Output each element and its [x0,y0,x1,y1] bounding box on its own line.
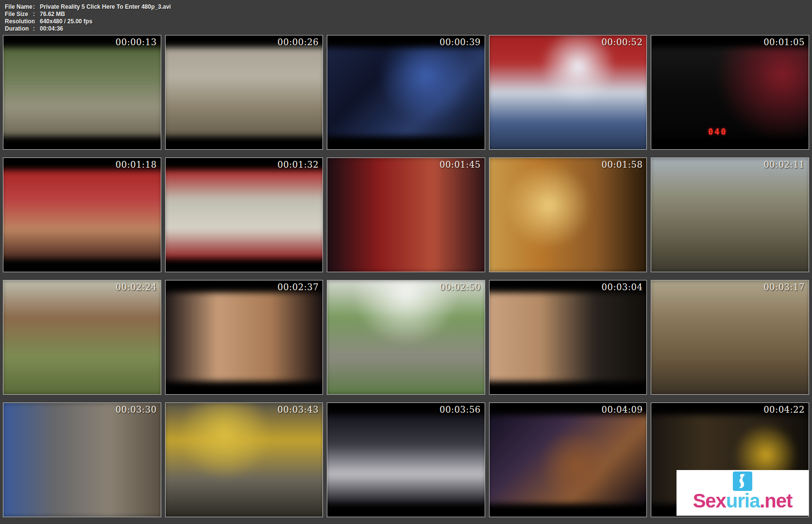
timestamp-label: 00:00:26 [277,37,319,47]
timestamp-label: 00:01:45 [440,159,481,170]
video-frame-placeholder [489,35,647,150]
thumbnail-cell: 00:02:50 [327,280,485,395]
video-frame-placeholder [165,48,323,137]
timestamp-label: 00:04:22 [763,404,805,415]
video-frame-placeholder [327,157,485,272]
thumbnail-cell: 00:03:04 [489,280,647,395]
timestamp-label: 00:04:09 [602,404,643,415]
timestamp-label: 00:01:58 [602,159,643,170]
thumbnail-grid: 00:00:13 00:00:26 00:00:39 00:00:52 00:0… [0,34,812,520]
thumbnail-cell: 00:02:11 [651,157,809,272]
video-frame-placeholder [327,280,485,395]
separator: : [33,11,40,18]
resolution-value: 640x480 / 25.00 fps [40,18,92,25]
file-size-label: File Size [5,11,33,18]
video-frame-placeholder [327,415,485,504]
timestamp-label: 00:00:52 [602,37,643,47]
thumbnail-cell: 00:03:43 [165,402,323,517]
video-frame-placeholder [327,48,485,137]
video-frame-placeholder [489,293,647,382]
thumbnail-cell: 00:04:09 [489,402,647,517]
file-size-row: File Size : 76.62 MB [5,11,812,18]
separator: : [33,3,40,11]
timestamp-label: 00:00:13 [116,37,157,47]
timestamp-label: 00:02:37 [277,282,319,292]
timestamp-label: 00:01:05 [763,37,805,47]
timestamp-label: 00:03:17 [763,282,805,292]
thumbnail-cell: 00:03:56 [327,402,485,517]
video-frame-placeholder [165,293,323,382]
thumbnail-cell: 00:01:05 040 [651,35,809,150]
thumbnail-cell: 00:02:37 [165,280,323,395]
video-frame-placeholder [3,170,161,259]
watermark: Sexuria.net [677,470,809,516]
timestamp-label: 00:01:32 [277,159,319,170]
timestamp-label: 00:02:50 [440,282,481,292]
timestamp-label: 00:02:24 [116,282,157,292]
thumbnail-cell: 00:00:39 [327,35,485,150]
separator: : [33,18,40,25]
thumbnail-cell: 00:00:26 [165,35,323,150]
timestamp-label: 00:03:56 [440,404,481,415]
led-counter: 040 [708,127,727,137]
video-frame-placeholder [651,280,809,395]
thumbnail-cell: 00:00:13 [3,35,161,150]
thumbnail-sheet: 00:00:13 00:00:26 00:00:39 00:00:52 00:0… [0,34,812,520]
watermark-seg-1: Sex [693,490,726,511]
watermark-seg-2: uria [726,490,760,511]
file-info-panel: File Name : Private Reality 5 Click Here… [0,0,812,34]
separator: : [33,25,40,33]
duration-row: Duration : 00:04:36 [5,25,812,33]
video-frame-placeholder [3,402,161,517]
watermark-text: Sexuria.net [693,490,793,511]
timestamp-label: 00:03:43 [277,404,319,415]
file-size-value: 76.62 MB [40,11,65,18]
file-name-value: Private Reality 5 Click Here To Enter 48… [40,3,171,11]
thumbnail-cell: 00:01:45 [327,157,485,272]
timestamp-label: 00:01:18 [116,159,157,170]
thumbnail-cell: 00:01:32 [165,157,323,272]
timestamp-label: 00:02:11 [763,159,805,170]
video-frame-placeholder [165,402,323,517]
duration-value: 00:04:36 [40,25,63,33]
thumbnail-cell: 00:01:58 [489,157,647,272]
duration-label: Duration [5,25,33,33]
resolution-label: Resolution [5,18,33,25]
timestamp-label: 00:00:39 [440,37,481,47]
thumbnail-cell: 00:03:17 [651,280,809,395]
thumbnail-cell: 00:00:52 [489,35,647,150]
video-frame-placeholder [651,48,809,137]
timestamp-label: 00:03:30 [116,404,157,415]
video-frame-placeholder [165,170,323,259]
watermark-seg-3: .net [760,490,792,511]
video-frame-placeholder [651,157,809,272]
file-name-row: File Name : Private Reality 5 Click Here… [5,3,812,11]
sexuria-logo-icon [733,472,752,491]
thumbnail-cell: 00:01:18 [3,157,161,272]
thumbnail-cell: 00:02:24 [3,280,161,395]
thumbnail-cell: 00:03:30 [3,402,161,517]
video-frame-placeholder [3,280,161,395]
video-frame-placeholder [489,415,647,504]
video-frame-placeholder [3,48,161,137]
resolution-row: Resolution : 640x480 / 25.00 fps [5,18,812,25]
timestamp-label: 00:03:04 [602,282,643,292]
video-frame-placeholder [489,157,647,272]
file-name-label: File Name [5,3,33,11]
